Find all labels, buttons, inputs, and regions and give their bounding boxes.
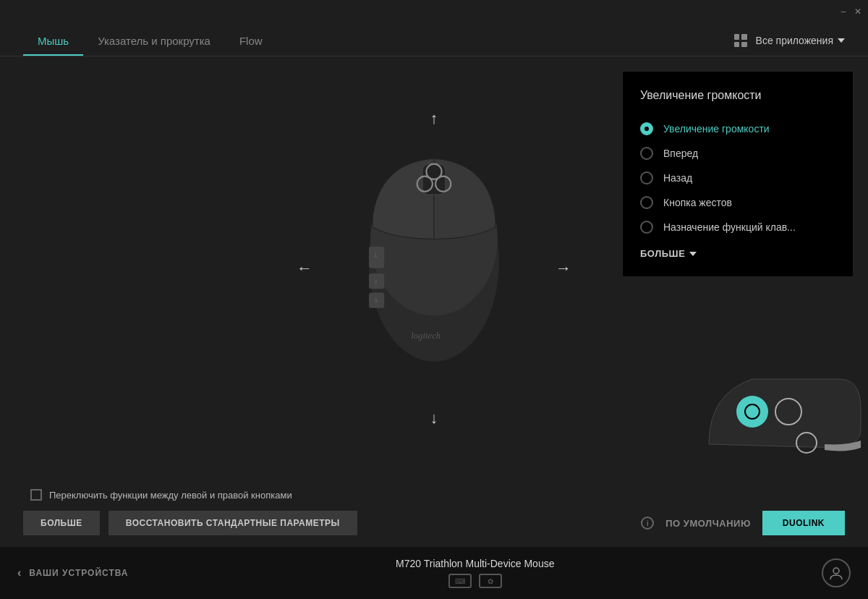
user-icon xyxy=(828,565,844,581)
arrow-down-icon[interactable]: ↓ xyxy=(430,409,438,428)
app-window: – ✕ Мышь Указатель и прокрутка Flow Все … xyxy=(0,0,868,599)
mouse-svg: 1 2 3 logitech xyxy=(340,116,528,377)
close-button[interactable]: ✕ xyxy=(854,7,862,16)
radio-item-back[interactable]: Назад xyxy=(640,166,835,190)
radio-forward xyxy=(640,147,653,160)
mouse-area: ↑ ↓ ← → xyxy=(318,116,550,420)
duolink-button[interactable]: DUOLINK xyxy=(762,511,845,535)
back-button[interactable]: ‹ ВАШИ УСТРОЙСТВА xyxy=(17,566,128,579)
device-icons: ⌨ ✿ xyxy=(448,574,502,588)
dropdown-title: Увеличение громкости xyxy=(640,89,835,102)
dropdown-panel: Увеличение громкости Увеличение громкост… xyxy=(622,71,854,277)
radio-vol-up xyxy=(640,122,653,135)
receiver-icon[interactable]: ✿ xyxy=(479,574,502,588)
svg-text:logitech: logitech xyxy=(411,331,441,341)
radio-item-forward[interactable]: Вперед xyxy=(640,141,835,166)
header-right: Все приложения xyxy=(734,34,845,56)
tab-mouse[interactable]: Мышь xyxy=(23,23,83,56)
tab-pointer[interactable]: Указатель и прокрутка xyxy=(83,23,225,56)
arrow-up-icon[interactable]: ↑ xyxy=(430,109,438,128)
radio-item-vol-up[interactable]: Увеличение громкости xyxy=(640,116,835,141)
checkbox-row: Переключить функции между левой и правой… xyxy=(23,489,845,501)
back-arrow-icon: ‹ xyxy=(17,566,22,579)
action-buttons: БОЛЬШЕ ВОССТАНОВИТЬ СТАНДАРТНЫЕ ПАРАМЕТР… xyxy=(23,511,845,535)
main-content: ↑ ↓ ← → xyxy=(0,56,868,480)
bottom-controls: Переключить функции между левой и правой… xyxy=(0,480,868,547)
radio-item-gesture[interactable]: Кнопка жестов xyxy=(640,190,835,215)
svg-text:1: 1 xyxy=(374,252,377,258)
title-bar-buttons: – ✕ xyxy=(839,7,862,16)
device-name: M720 Triathlon Multi-Device Mouse xyxy=(396,558,554,569)
restore-button[interactable]: ВОССТАНОВИТЬ СТАНДАРТНЫЕ ПАРАМЕТРЫ xyxy=(109,511,357,535)
arrow-left-icon[interactable]: ← xyxy=(297,259,312,278)
swap-buttons-checkbox[interactable] xyxy=(30,489,42,501)
footer: ‹ ВАШИ УСТРОЙСТВА M720 Triathlon Multi-D… xyxy=(0,547,868,599)
grid-icon[interactable] xyxy=(734,34,747,47)
svg-point-17 xyxy=(833,568,839,574)
arrow-right-icon[interactable]: → xyxy=(556,259,571,278)
footer-center: M720 Triathlon Multi-Device Mouse ⌨ ✿ xyxy=(128,558,822,588)
right-actions: i ПО УМОЛЧАНИЮ DUOLINK xyxy=(641,511,845,535)
mouse-side-svg xyxy=(694,365,868,459)
tab-flow[interactable]: Flow xyxy=(225,23,277,56)
default-label: ПО УМОЛЧАНИЮ xyxy=(665,518,751,529)
header: Мышь Указатель и прокрутка Flow Все прил… xyxy=(0,23,868,56)
svg-text:2: 2 xyxy=(374,279,377,285)
more-options-button[interactable]: БОЛЬШЕ xyxy=(640,248,835,259)
radio-back xyxy=(640,171,653,184)
radio-keys xyxy=(640,221,653,234)
checkbox-label: Переключить функции между левой и правой… xyxy=(49,490,292,501)
chevron-down-icon xyxy=(838,38,845,43)
svg-text:3: 3 xyxy=(374,297,377,304)
apps-dropdown[interactable]: Все приложения xyxy=(756,35,845,46)
more-button[interactable]: БОЛЬШЕ xyxy=(23,511,100,535)
minimize-button[interactable]: – xyxy=(839,7,848,16)
radio-item-keys[interactable]: Назначение функций клав... xyxy=(640,215,835,239)
svg-point-13 xyxy=(736,396,768,428)
keyboard-icon[interactable]: ⌨ xyxy=(448,574,472,588)
mouse-side-view xyxy=(694,365,854,459)
radio-gesture xyxy=(640,196,653,209)
info-icon[interactable]: i xyxy=(641,517,654,530)
title-bar: – ✕ xyxy=(0,0,868,23)
more-chevron-icon xyxy=(689,252,697,256)
user-account-button[interactable] xyxy=(822,558,851,587)
